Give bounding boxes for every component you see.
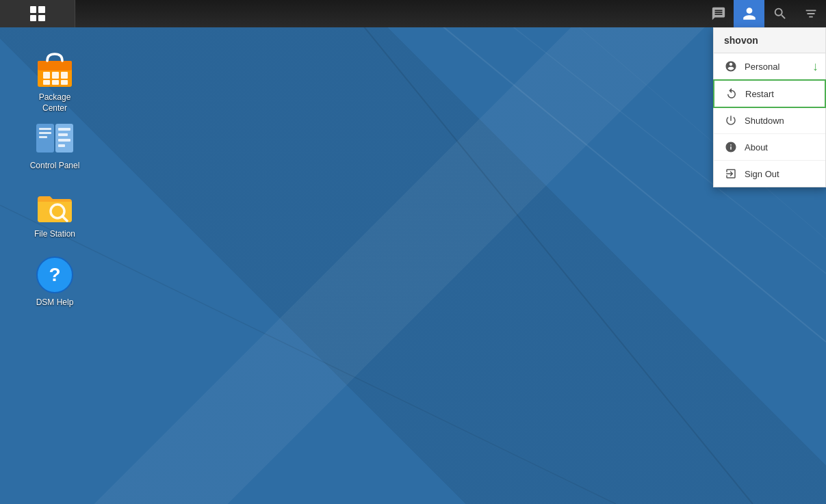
username-display: shovon bbox=[724, 35, 758, 46]
svg-rect-9 bbox=[61, 72, 68, 79]
about-label: About bbox=[745, 142, 768, 152]
shutdown-label: Shutdown bbox=[745, 116, 784, 126]
notifications-icon bbox=[803, 6, 818, 21]
svg-rect-12 bbox=[61, 80, 68, 85]
about-icon bbox=[724, 140, 738, 154]
grid-icon bbox=[30, 6, 45, 21]
restart-label: Restart bbox=[745, 89, 774, 99]
user-account-button[interactable] bbox=[734, 0, 764, 27]
desktop-icon-file-station[interactable]: File Station bbox=[24, 181, 86, 246]
svg-rect-7 bbox=[43, 72, 50, 79]
menu-item-restart[interactable]: Restart bbox=[713, 79, 826, 108]
svg-rect-15 bbox=[39, 128, 51, 130]
personal-label: Personal bbox=[745, 62, 779, 72]
arrow-down-icon: ↓ bbox=[812, 59, 818, 74]
file-station-icon bbox=[35, 187, 75, 226]
svg-rect-18 bbox=[58, 128, 70, 131]
menu-item-signout[interactable]: Sign Out bbox=[714, 161, 825, 187]
svg-rect-19 bbox=[58, 133, 68, 136]
taskbar bbox=[0, 0, 826, 27]
svg-rect-10 bbox=[43, 80, 50, 85]
svg-rect-6 bbox=[38, 61, 72, 70]
notifications-button[interactable] bbox=[795, 0, 826, 27]
package-center-icon bbox=[35, 50, 75, 90]
menu-item-personal[interactable]: Personal ↓ bbox=[714, 53, 825, 80]
svg-text:?: ? bbox=[49, 264, 60, 285]
signout-label: Sign Out bbox=[745, 169, 779, 179]
search-icon bbox=[773, 6, 788, 21]
user-icon bbox=[742, 6, 757, 21]
chat-icon bbox=[711, 6, 726, 21]
user-dropdown-menu: shovon Personal ↓ Restart bbox=[713, 27, 826, 187]
signout-icon bbox=[724, 167, 738, 181]
control-panel-icon bbox=[35, 118, 75, 158]
main-menu-button[interactable] bbox=[0, 0, 75, 27]
search-button[interactable] bbox=[764, 0, 795, 27]
chat-button[interactable] bbox=[703, 0, 734, 27]
desktop-icon-dsm-help[interactable]: ? DSM Help bbox=[24, 250, 86, 314]
svg-rect-8 bbox=[52, 72, 59, 79]
desktop-icon-control-panel[interactable]: Control Panel bbox=[24, 113, 86, 177]
user-menu-header: shovon bbox=[714, 28, 825, 53]
file-station-label: File Station bbox=[34, 229, 75, 240]
svg-line-2 bbox=[342, 0, 753, 504]
svg-rect-21 bbox=[58, 144, 65, 147]
shutdown-icon bbox=[724, 114, 738, 127]
svg-rect-20 bbox=[58, 139, 70, 142]
desktop-icon-package-center[interactable]: PackageCenter bbox=[24, 44, 86, 119]
svg-rect-11 bbox=[52, 80, 59, 85]
desktop: PackageCenter Control Panel bbox=[0, 0, 826, 504]
restart-icon bbox=[725, 87, 738, 101]
personal-icon bbox=[724, 59, 738, 73]
dsm-help-label: DSM Help bbox=[36, 297, 74, 308]
menu-item-shutdown[interactable]: Shutdown bbox=[714, 107, 825, 134]
dsm-help-icon: ? bbox=[35, 255, 75, 295]
menu-item-about[interactable]: About bbox=[714, 134, 825, 161]
svg-line-3 bbox=[0, 205, 616, 504]
package-center-label: PackageCenter bbox=[39, 92, 71, 114]
svg-rect-17 bbox=[39, 136, 47, 138]
svg-rect-16 bbox=[39, 132, 51, 134]
control-panel-label: Control Panel bbox=[30, 161, 80, 172]
